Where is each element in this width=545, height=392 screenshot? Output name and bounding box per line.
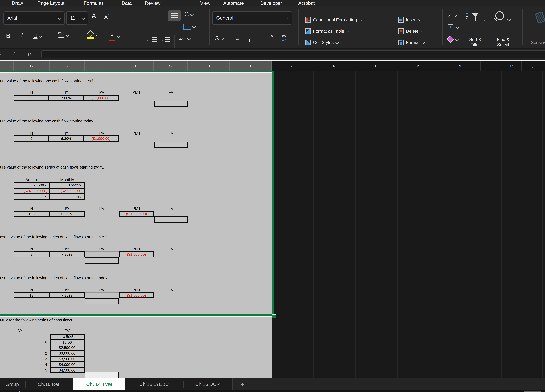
menu-data[interactable]: Data — [122, 0, 132, 6]
column-header-c[interactable]: C — [13, 61, 50, 70]
fill-button[interactable]: ↓ — [448, 24, 459, 30]
problem4-pmt-cell[interactable]: ($1,500.00) — [119, 251, 154, 257]
cell-monthly-rate[interactable]: 0.5625% — [49, 183, 84, 188]
cell-n[interactable]: 9 — [14, 252, 49, 257]
enter-check-icon[interactable]: ✓ — [12, 51, 16, 56]
sheet-tab-ch15-lyebc[interactable]: Ch.15 LYEBC — [126, 379, 183, 390]
sheet-tab-ch14-tvm-active[interactable]: Ch. 14 TVM — [73, 379, 125, 390]
sheet-tab-ch16-dcr[interactable]: Ch.16 DCR — [183, 379, 232, 390]
cell-fv-4[interactable]: $4,000.00 — [50, 362, 84, 367]
format-as-table-button[interactable]: Format as Table — [305, 28, 349, 34]
conditional-formatting-button[interactable]: Conditional Formatting — [305, 17, 362, 22]
view-normal-button[interactable] — [524, 391, 541, 392]
cell-iy[interactable]: 7.25% — [49, 293, 84, 297]
cell-styles-button[interactable]: Cell Styles — [305, 39, 338, 45]
delete-button[interactable]: × Delete — [398, 28, 423, 34]
percent-button[interactable]: % — [235, 36, 241, 42]
npv-table[interactable]: 10.50% $0.00 $2,500.00 $3,000.00 $3,500.… — [50, 333, 85, 373]
clear-button[interactable] — [448, 36, 458, 42]
cell-n[interactable]: 9 — [14, 96, 48, 100]
decrease-decimal-button[interactable]: ←.0.00 — [267, 35, 273, 42]
sheet-tab-group[interactable]: Group — [0, 379, 25, 390]
increase-font-button[interactable]: Aˆ — [92, 12, 97, 20]
column-header-m[interactable]: M — [397, 61, 439, 70]
formula-input[interactable] — [41, 50, 545, 58]
cell-annual-rate[interactable]: 6.7500% — [14, 183, 49, 188]
column-header-q[interactable]: Q — [522, 61, 542, 70]
menu-developer[interactable]: Developer — [260, 0, 282, 6]
menu-acrobat[interactable]: Acrobat — [298, 0, 315, 6]
problem2-fv-answer-cell[interactable] — [154, 141, 188, 147]
merge-center-button[interactable]: ↔ — [183, 23, 195, 29]
format-button[interactable]: Format — [398, 39, 425, 45]
menu-view[interactable]: View — [200, 0, 211, 6]
problem2-input-row[interactable]: 9 6.30% ($1,000.00) — [13, 135, 119, 142]
number-format-select[interactable]: General — [212, 11, 292, 25]
cell-iy[interactable]: 0.56% — [49, 211, 84, 216]
cell-iy[interactable]: 7.25% — [49, 252, 84, 257]
menu-draw[interactable]: Draw — [12, 0, 23, 6]
cell-pv[interactable]: ($1,000.00) — [83, 136, 118, 141]
column-header-n[interactable]: N — [439, 61, 481, 70]
italic-button[interactable]: I — [21, 32, 23, 39]
column-header-j[interactable]: J — [272, 61, 314, 70]
fill-color-button[interactable] — [87, 31, 99, 39]
borders-button[interactable] — [58, 32, 69, 38]
problem3-pmt-cell[interactable]: ($20,000.00) — [119, 211, 154, 217]
column-header-f[interactable]: F — [119, 61, 154, 70]
cell-fv-0[interactable]: $0.00 — [50, 340, 84, 344]
sheet-tab-ch10-refi[interactable]: Ch.10 Refi — [25, 379, 73, 390]
problem4-input-row[interactable]: 9 7.25% — [13, 251, 85, 257]
align-bottom-button[interactable] — [168, 10, 180, 21]
cell-annual-periods[interactable]: 9 — [14, 194, 49, 199]
column-header-k[interactable]: K — [314, 61, 355, 70]
wrap-text-button[interactable]: abc↩ — [185, 11, 193, 17]
underline-button[interactable]: U — [33, 32, 42, 39]
cell-iy[interactable]: 6.30% — [48, 136, 83, 141]
cell-n[interactable]: 9 — [14, 136, 48, 141]
cell-n[interactable]: 108 — [14, 211, 49, 216]
annual-monthly-table[interactable]: 6.7500% 0.5625% ($240,000.000) ($20,000.… — [13, 182, 85, 200]
orientation-button[interactable]: ab↗ — [179, 36, 190, 40]
insert-button[interactable]: Insert — [398, 17, 422, 22]
cell-annual-amount[interactable]: ($240,000.000) — [14, 188, 49, 193]
selection-fill-handle[interactable] — [272, 314, 276, 318]
column-header-l[interactable]: L — [355, 61, 397, 70]
worksheet-grid[interactable]: ure value of the following one cash flow… — [0, 70, 545, 379]
menu-review[interactable]: Review — [145, 0, 161, 6]
column-header-e[interactable]: E — [85, 61, 119, 70]
increase-indent-button[interactable]: → — [160, 37, 170, 42]
problem1-input-row[interactable]: 9 7.80% ($1,000.00) — [13, 95, 119, 101]
problem3-input-row[interactable]: 108 0.56% — [13, 211, 85, 217]
cell-monthly-periods[interactable]: 108 — [49, 194, 84, 199]
currency-button[interactable]: $ — [215, 35, 223, 42]
cell-iy[interactable]: 7.80% — [48, 96, 83, 100]
cell-fv-3[interactable]: $3,500.00 — [50, 357, 84, 361]
problem5-pmt-cell[interactable]: ($1,500.00) — [119, 292, 154, 298]
problem5-pv-answer-cell[interactable] — [85, 298, 119, 304]
cell-pv[interactable]: ($1,000.00) — [83, 96, 118, 100]
bold-button[interactable]: B — [6, 32, 11, 39]
column-header-i[interactable]: I — [230, 61, 272, 70]
font-size-select[interactable]: 11 — [66, 11, 88, 25]
menu-automate[interactable]: Automate — [223, 0, 244, 6]
column-header-d[interactable]: D — [50, 61, 85, 70]
cell-monthly-amount[interactable]: ($20,000.000) — [49, 188, 84, 193]
cell-n[interactable]: 12 — [14, 293, 49, 297]
decrease-indent-button[interactable]: ← — [147, 37, 156, 42]
cell-fv-5[interactable]: $4,500.00 — [50, 368, 84, 372]
menu-formulas[interactable]: Formulas — [84, 0, 104, 6]
sort-filter-button[interactable]: AZ — [466, 11, 485, 30]
decrease-font-button[interactable]: Aˇ — [104, 14, 109, 20]
autosum-button[interactable]: Σ — [448, 12, 457, 18]
column-header-h[interactable]: H — [188, 61, 230, 70]
cell-fv-2[interactable]: $3,000.00 — [50, 351, 84, 356]
problem3-fv-answer-cell[interactable] — [154, 217, 188, 223]
menu-page-layout[interactable]: Page Layout — [37, 0, 64, 6]
font-name-select[interactable]: Arial — [4, 11, 65, 25]
font-color-button[interactable]: A — [109, 31, 120, 41]
problem5-input-row[interactable]: 12 7.25% — [13, 292, 85, 298]
fx-icon[interactable]: fx — [28, 50, 32, 57]
cell-npv-rate[interactable]: 10.50% — [50, 334, 84, 339]
column-header-o[interactable]: O — [481, 61, 502, 70]
